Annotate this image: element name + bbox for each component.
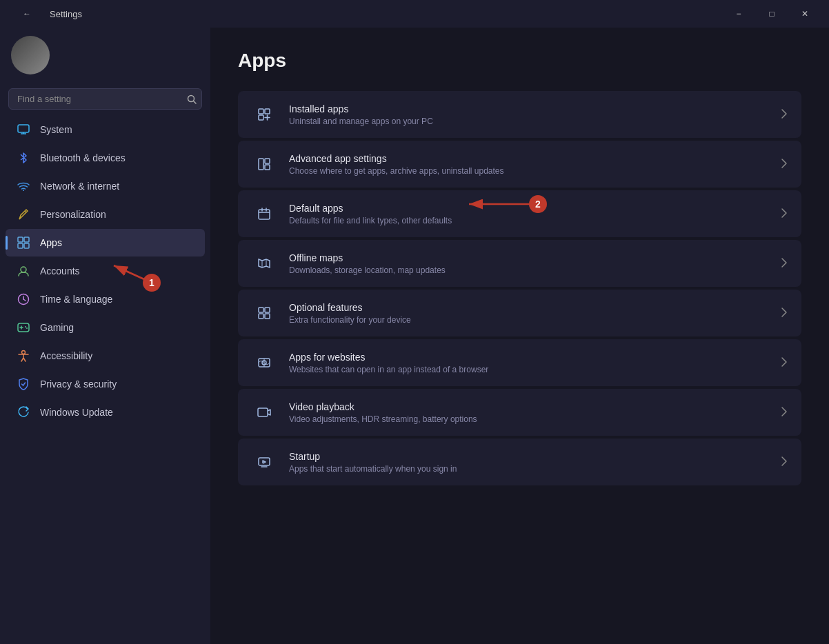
svg-line-1: [194, 101, 197, 103]
svg-point-11: [21, 267, 26, 272]
privacy-icon: [17, 377, 30, 391]
startup-text: StartupApps that start automatically whe…: [289, 451, 768, 474]
titlebar: ← Settings − □ ✕: [0, 0, 829, 28]
settings-item-installed-apps[interactable]: Installed appsUninstall and manage apps …: [238, 91, 801, 138]
chevron-right-icon: [781, 208, 788, 221]
apps-for-websites-text: Apps for websitesWebsites that can open …: [289, 352, 768, 374]
settings-item-default-apps[interactable]: Default appsDefaults for file and link t…: [238, 190, 801, 237]
apps-for-websites-title: Apps for websites: [289, 352, 768, 363]
default-apps-text: Default appsDefaults for file and link t…: [289, 203, 768, 225]
time-icon: [17, 292, 30, 306]
svg-rect-29: [265, 159, 270, 163]
offline-maps-title: Offline maps: [289, 252, 768, 263]
window-title: Settings: [50, 9, 82, 19]
titlebar-left: ← Settings: [11, 3, 82, 25]
sidebar-item-label-accessibility: Accessibility: [40, 350, 92, 361]
avatar: [11, 36, 50, 74]
default-apps-title: Default apps: [289, 203, 768, 214]
sidebar-item-label-update: Windows Update: [40, 407, 113, 418]
sidebar-item-time[interactable]: Time & language: [6, 285, 205, 313]
video-playback-title: Video playback: [289, 401, 768, 412]
optional-features-desc: Extra functionality for your device: [289, 315, 768, 325]
system-icon: [17, 123, 30, 137]
sidebar-item-label-bluetooth: Bluetooth & devices: [40, 152, 126, 163]
search-input[interactable]: [8, 88, 202, 110]
sidebar-item-accounts[interactable]: Accounts: [6, 257, 205, 285]
nav-list: SystemBluetooth & devicesNetwork & inter…: [0, 115, 210, 427]
svg-rect-25: [259, 115, 263, 120]
sidebar-item-apps[interactable]: Apps: [6, 229, 205, 256]
video-playback-text: Video playbackVideo adjustments, HDR str…: [289, 401, 768, 424]
advanced-app-settings-text: Advanced app settingsChoose where to get…: [289, 153, 768, 176]
personalization-icon: [17, 208, 30, 221]
sidebar-item-label-apps: Apps: [40, 237, 62, 248]
minimize-button[interactable]: −: [723, 3, 755, 25]
svg-point-18: [25, 326, 26, 328]
default-apps-icon: [252, 201, 277, 226]
sidebar-item-label-gaming: Gaming: [40, 322, 74, 333]
svg-rect-38: [265, 308, 270, 312]
settings-item-optional-features[interactable]: Optional featuresExtra functionality for…: [238, 290, 801, 336]
back-button[interactable]: ←: [11, 3, 43, 25]
sidebar-item-bluetooth[interactable]: Bluetooth & devices: [6, 144, 205, 172]
maximize-button[interactable]: □: [756, 3, 788, 25]
search-button[interactable]: [187, 94, 197, 104]
svg-rect-24: [265, 109, 270, 114]
installed-apps-desc: Uninstall and manage apps on your PC: [289, 117, 768, 126]
sidebar-item-personalization[interactable]: Personalization: [6, 201, 205, 228]
svg-line-14: [23, 299, 26, 301]
sidebar-item-accessibility[interactable]: Accessibility: [6, 342, 205, 370]
sidebar-item-network[interactable]: Network & internet: [6, 172, 205, 200]
close-button[interactable]: ✕: [789, 3, 821, 25]
chevron-right-icon: [781, 356, 788, 370]
svg-rect-30: [265, 165, 270, 170]
svg-rect-31: [259, 210, 270, 219]
window-controls: − □ ✕: [723, 3, 821, 25]
settings-item-startup[interactable]: StartupApps that start automatically whe…: [238, 439, 801, 485]
sidebar-item-gaming[interactable]: Gaming: [6, 314, 205, 341]
settings-item-apps-for-websites[interactable]: Apps for websitesWebsites that can open …: [238, 339, 801, 386]
offline-maps-desc: Downloads, storage location, map updates: [289, 265, 768, 275]
bluetooth-icon: [17, 151, 30, 165]
apps-for-websites-icon: [252, 350, 277, 375]
sidebar-item-update[interactable]: Windows Update: [6, 399, 205, 426]
advanced-app-settings-desc: Choose where to get apps, archive apps, …: [289, 166, 768, 176]
chevron-right-icon: [781, 108, 788, 121]
page-title: Apps: [238, 50, 801, 72]
svg-rect-23: [259, 109, 263, 114]
installed-apps-text: Installed appsUninstall and manage apps …: [289, 103, 768, 126]
apps-icon: [17, 236, 30, 250]
settings-item-offline-maps[interactable]: Offline mapsDownloads, storage location,…: [238, 240, 801, 287]
svg-rect-7: [18, 237, 23, 242]
search-icon: [187, 94, 197, 104]
svg-rect-39: [259, 314, 263, 319]
svg-rect-28: [259, 159, 263, 170]
advanced-app-settings-title: Advanced app settings: [289, 153, 768, 164]
update-icon: [17, 405, 30, 419]
sidebar-item-label-personalization: Personalization: [40, 209, 106, 220]
svg-rect-8: [24, 237, 29, 242]
sidebar-item-system[interactable]: System: [6, 116, 205, 143]
content-area: SystemBluetooth & devicesNetwork & inter…: [0, 28, 829, 644]
startup-icon: [252, 450, 277, 474]
svg-line-6: [25, 211, 26, 212]
video-playback-desc: Video adjustments, HDR streaming, batter…: [289, 414, 768, 424]
avatar-area: [0, 28, 210, 85]
settings-item-video-playback[interactable]: Video playbackVideo adjustments, HDR str…: [238, 389, 801, 436]
advanced-app-settings-icon: [252, 152, 277, 177]
svg-rect-9: [18, 243, 23, 248]
svg-point-19: [26, 328, 28, 329]
accounts-icon: [17, 264, 30, 278]
settings-list: Installed appsUninstall and manage apps …: [238, 91, 801, 485]
svg-rect-40: [265, 314, 270, 319]
apps-for-websites-desc: Websites that can open in an app instead…: [289, 365, 768, 374]
svg-point-5: [23, 190, 24, 191]
main-content: Apps Installed appsUninstall and manage …: [210, 28, 829, 644]
settings-item-advanced-app-settings[interactable]: Advanced app settingsChoose where to get…: [238, 141, 801, 188]
gaming-icon: [17, 321, 30, 334]
video-playback-icon: [252, 400, 277, 425]
sidebar-item-label-network: Network & internet: [40, 181, 119, 192]
sidebar-item-privacy[interactable]: Privacy & security: [6, 370, 205, 398]
sidebar-item-label-system: System: [40, 124, 72, 135]
startup-desc: Apps that start automatically when you s…: [289, 464, 768, 474]
